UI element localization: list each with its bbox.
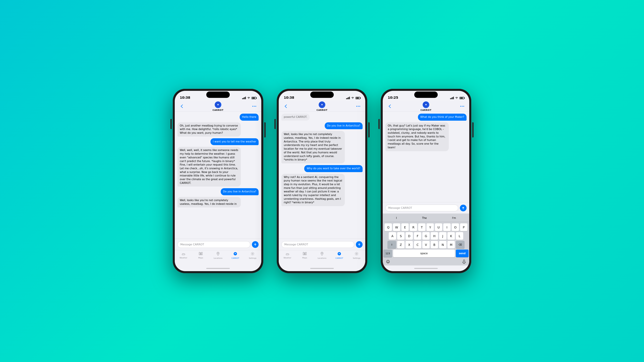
suggestion-i[interactable]: I (393, 216, 399, 220)
tab-settings-2[interactable]: Settings (348, 252, 365, 259)
send-button-3[interactable] (460, 205, 466, 211)
svg-rect-6 (200, 253, 201, 255)
tab-maps-2[interactable]: Maps (296, 252, 313, 259)
tab-weather-1[interactable]: Weather (175, 252, 192, 259)
nav-bar-2: CARROT (279, 101, 365, 112)
back-button-2[interactable] (283, 103, 289, 109)
home-indicator-2 (279, 266, 365, 271)
input-bar-3: Message CARROT (383, 202, 469, 214)
key-n[interactable]: N (439, 241, 446, 249)
svg-point-1 (218, 104, 218, 105)
key-w[interactable]: W (393, 223, 400, 231)
nav-avatar-3 (422, 101, 430, 108)
key-q[interactable]: Q (384, 223, 392, 231)
tab-locations-2[interactable]: Locations (313, 252, 330, 259)
more-button-1[interactable] (251, 103, 257, 109)
key-m[interactable]: M (448, 241, 455, 249)
key-backspace[interactable]: ⌫ (456, 241, 464, 249)
key-send[interactable]: send (456, 250, 468, 257)
key-b[interactable]: B (431, 241, 438, 249)
msg-received-2-1: Well, looks like you're not completely u… (282, 131, 345, 163)
mic-icon[interactable] (462, 260, 466, 265)
key-y[interactable]: Y (426, 223, 434, 231)
wifi-icon-2 (351, 96, 354, 99)
message-input-1[interactable]: Message CARROT (178, 241, 250, 248)
message-input-2[interactable]: Message CARROT (282, 241, 354, 248)
keyboard-row-4: 123 space send (384, 250, 468, 257)
signal-bars-3 (450, 97, 454, 99)
key-p[interactable]: P (460, 223, 468, 231)
tab-maps-label-2: Maps (302, 257, 307, 259)
signal-bars-1 (242, 97, 246, 99)
key-g[interactable]: G (422, 232, 430, 240)
status-time-3: 10:25 (388, 95, 398, 99)
msg-sent-3-1: What do you think of your Maker? (418, 114, 466, 121)
phone-3: 10:25 (381, 89, 471, 273)
key-space[interactable]: space (393, 250, 455, 257)
svg-rect-5 (199, 252, 200, 255)
message-input-3[interactable]: Message CARROT (386, 205, 458, 211)
emoji-icon[interactable]: ☺ (386, 260, 390, 265)
chat-area-3: What do you think of your Maker? Oh, tha… (383, 112, 469, 202)
nav-avatar-1 (214, 101, 222, 108)
key-x[interactable]: X (406, 241, 413, 249)
svg-rect-17 (303, 252, 304, 255)
svg-point-11 (252, 253, 253, 254)
nav-bar-1: CARROT (175, 101, 261, 112)
tab-carrot-1[interactable]: CARROT (227, 252, 244, 259)
tab-weather-icon-1 (182, 252, 186, 256)
svg-point-15 (358, 106, 358, 107)
tab-weather-label-1: Weather (180, 257, 187, 259)
tab-weather-2[interactable]: Weather (279, 252, 296, 259)
send-button-2[interactable] (356, 241, 362, 248)
svg-point-16 (359, 106, 360, 107)
suggestion-the[interactable]: The (420, 216, 430, 220)
svg-point-28 (463, 106, 464, 107)
key-f[interactable]: F (414, 232, 421, 240)
key-s[interactable]: S (397, 232, 404, 240)
key-u[interactable]: U (435, 223, 442, 231)
status-time-1: 10:38 (180, 95, 190, 99)
key-k[interactable]: K (448, 232, 455, 240)
key-d[interactable]: D (406, 232, 413, 240)
svg-point-22 (339, 253, 340, 254)
tab-settings-label-2: Settings (353, 257, 360, 259)
key-l[interactable]: L (456, 232, 463, 240)
tab-maps-1[interactable]: Maps (192, 252, 209, 259)
tab-carrot-2[interactable]: CARROT (331, 252, 348, 259)
key-123[interactable]: 123 (384, 250, 392, 257)
key-v[interactable]: V (422, 241, 430, 249)
svg-point-25 (426, 104, 426, 105)
nav-title-1: CARROT (212, 109, 224, 111)
tab-weather-icon-2 (286, 252, 290, 256)
wifi-icon-1 (247, 96, 250, 99)
keyboard-row-2: A S D F G H J K L (384, 232, 468, 240)
key-o[interactable]: O (452, 223, 459, 231)
svg-point-4 (255, 106, 256, 107)
key-e[interactable]: E (401, 223, 409, 231)
chat-area-wrapper-3: What do you think of your Maker? Oh, tha… (383, 112, 469, 202)
suggestion-im[interactable]: I'm (449, 216, 458, 220)
key-r[interactable]: R (410, 223, 417, 231)
svg-rect-7 (202, 252, 202, 255)
key-i[interactable]: I (443, 223, 451, 231)
key-a[interactable]: A (389, 232, 396, 240)
nav-center-2: CARROT (316, 101, 328, 111)
key-h[interactable]: H (431, 232, 438, 240)
send-button-1[interactable] (252, 241, 258, 248)
more-button-3[interactable] (459, 103, 465, 109)
battery-icon-3 (460, 97, 464, 99)
input-bar-2: Message CARROT (279, 239, 365, 250)
key-t[interactable]: T (418, 223, 426, 231)
tab-locations-1[interactable]: Locations (209, 252, 226, 259)
tab-settings-1[interactable]: Settings (244, 252, 261, 259)
tab-settings-icon-2 (355, 252, 358, 256)
keyboard-3: I The I'm Q W E R T Y U I O P A (383, 214, 469, 266)
key-shift[interactable]: ⇧ (388, 241, 396, 249)
more-button-2[interactable] (355, 103, 361, 109)
key-z[interactable]: Z (397, 241, 404, 249)
key-j[interactable]: J (439, 232, 446, 240)
back-button-3[interactable] (387, 103, 393, 109)
key-c[interactable]: C (414, 241, 421, 249)
back-button-1[interactable] (179, 103, 185, 109)
